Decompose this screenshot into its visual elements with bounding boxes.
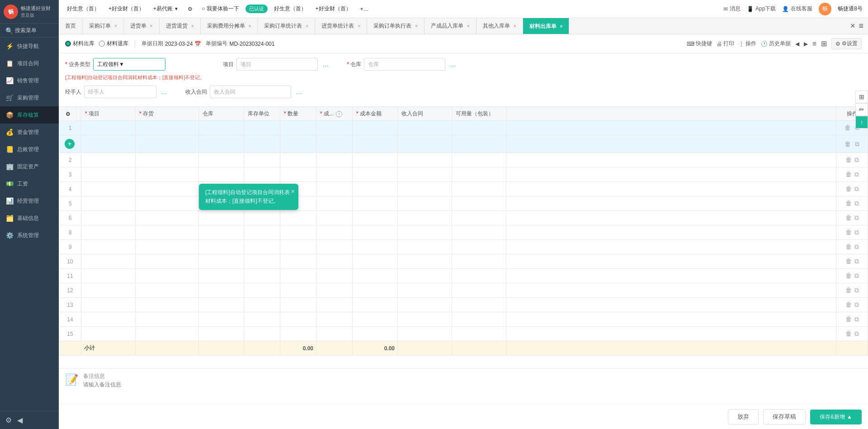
row-delete-icon[interactable]: 🗑 [845, 185, 852, 192]
tab-list-btn[interactable]: ≡ [859, 21, 863, 31]
row-1-unit[interactable] [244, 121, 280, 135]
row-copy-icon[interactable]: ⧉ [854, 257, 859, 265]
row-delete-icon[interactable]: 🗑 [845, 156, 852, 163]
row-1-qty[interactable] [280, 121, 316, 135]
tab-purchase-return[interactable]: 进货退货 × [160, 18, 201, 34]
topbar-item-haoshengyi[interactable]: 好生意（首） [64, 3, 102, 14]
sidebar-item-operation[interactable]: 📊 经营管理 [0, 192, 59, 210]
tab-purchase-fee-close[interactable]: × [249, 24, 251, 29]
biz-type-input[interactable]: 工程领料 ▼ [93, 58, 165, 71]
income-contract-input[interactable]: 收入合同 [210, 86, 291, 98]
row-1-inventory[interactable] [136, 121, 199, 135]
print-btn[interactable]: 🖨 打印 [717, 40, 734, 48]
tab-other-receipt-close[interactable]: × [514, 24, 516, 29]
tab-purchase-order-close[interactable]: × [114, 24, 117, 29]
discard-button[interactable]: 放弃 [728, 409, 759, 424]
calendar-icon[interactable]: 📅 [194, 41, 201, 47]
sidebar-item-basic[interactable]: 🗂️ 基础信息 [0, 210, 59, 227]
settings-icon[interactable]: ⚙ [5, 416, 12, 424]
sidebar-item-project[interactable]: 📋 项目合同 [0, 55, 59, 72]
doc-settings-btn[interactable]: ⚙ ⚙设置 [831, 38, 862, 49]
row-delete-icon[interactable]: 🗑 [845, 330, 852, 337]
row-delete-icon[interactable]: 🗑 [845, 257, 852, 265]
warehouse-input[interactable]: 仓库 [364, 58, 445, 71]
tab-purchase-exec[interactable]: 采购订单执行表 × [367, 18, 425, 34]
date-value[interactable]: 2023-03-24 [165, 41, 193, 47]
topbar-more-haoyecai[interactable]: +好业财（首） [313, 3, 354, 14]
sidebar-item-fixed-assets[interactable]: 🏢 固定资产 [0, 158, 59, 175]
tab-home[interactable]: 首页 [59, 18, 83, 34]
row-delete-icon[interactable]: 🗑 [845, 200, 852, 207]
row-delete-icon[interactable]: 🗑 [845, 243, 852, 250]
project-more-btn[interactable]: … [322, 61, 329, 68]
topbar-item-yidazhang[interactable]: +易代账 ▼ [151, 3, 181, 14]
topbar-item-haoyecai[interactable]: +好业财（首） [106, 3, 147, 14]
row-delete-icon[interactable]: 🗑 [845, 229, 852, 236]
online-service-btn[interactable]: 👤 在线客服 [782, 5, 812, 13]
view-grid-btn[interactable]: ⊞ [821, 39, 827, 48]
add-row-btn[interactable]: + [65, 139, 75, 149]
row-1-delete-icon[interactable]: 🗑 [844, 124, 851, 131]
save-new-button[interactable]: 保存&新增 ▲ [810, 410, 862, 424]
topbar-more-ellipsis[interactable]: +… [358, 4, 372, 14]
add-row-copy-icon[interactable]: ⧉ [855, 140, 859, 148]
row-copy-icon[interactable]: ⧉ [854, 214, 859, 221]
sidebar-item-system[interactable]: ⚙️ 系统管理 [0, 227, 59, 244]
row-1-warehouse[interactable] [199, 121, 244, 135]
sidebar-item-sales[interactable]: 📈 销售管理 [0, 72, 59, 89]
shortcut-key-btn[interactable]: ⌨ 快捷键 [687, 40, 712, 48]
row-copy-icon[interactable]: ⧉ [854, 156, 859, 163]
sidebar-item-accounting[interactable]: 📒 总账管理 [0, 141, 59, 158]
save-draft-button[interactable]: 保存草稿 [763, 409, 806, 424]
row-copy-icon[interactable]: ⧉ [854, 171, 859, 178]
row-copy-icon[interactable]: ⧉ [854, 185, 859, 192]
sidebar-item-shortcut[interactable]: ⚡ 快捷导航 [0, 38, 59, 55]
topbar-more-haoshengyi[interactable]: 好生意（首） [271, 3, 309, 14]
row-delete-icon[interactable]: 🗑 [845, 301, 852, 308]
topbar-experience-btn[interactable]: ○ 我要体验一下 [199, 3, 242, 14]
tab-product-receipt-close[interactable]: × [467, 24, 470, 29]
row-1-cost-amount[interactable] [353, 121, 398, 135]
row-copy-icon[interactable]: ⧉ [854, 286, 859, 294]
right-icon-1[interactable]: ⊞ [855, 91, 868, 103]
row-1-cost[interactable] [316, 121, 353, 135]
handler-input[interactable]: 经手人 [84, 86, 156, 98]
row-copy-icon[interactable]: ⧉ [854, 315, 859, 323]
sidebar-item-inventory[interactable]: 📦 库存核算 [0, 106, 59, 124]
handler-more-btn[interactable]: … [161, 88, 167, 95]
save-new-dropdown-icon[interactable]: ▲ [847, 414, 852, 420]
row-delete-icon[interactable]: 🗑 [845, 171, 852, 178]
row-delete-icon[interactable]: 🗑 [845, 315, 852, 323]
search-menu[interactable]: 🔍 搜索菜单 [0, 24, 59, 38]
right-icon-2[interactable]: ✏ [855, 103, 868, 116]
warehouse-more-btn[interactable]: … [450, 61, 456, 68]
tab-receipt-stats[interactable]: 进货单统计表 × [315, 18, 367, 34]
close-all-btn[interactable]: × [850, 21, 855, 31]
nav-next-btn[interactable]: ▶ [804, 41, 808, 47]
row-delete-icon[interactable]: 🗑 [845, 286, 852, 294]
sidebar-item-finance[interactable]: 💰 资金管理 [0, 124, 59, 141]
app-download-btn[interactable]: 📱 App下载 [747, 5, 776, 13]
user-avatar[interactable]: 畅 [819, 3, 831, 15]
income-contract-more-btn[interactable]: … [296, 88, 302, 95]
tab-material-out[interactable]: 材料出库单 × [523, 18, 570, 34]
tab-purchase-fee[interactable]: 采购费用分摊单 × [201, 18, 258, 34]
tab-product-receipt[interactable]: 产成品入库单 × [425, 18, 476, 34]
collapse-icon[interactable]: ◀ [17, 416, 23, 424]
message-btn[interactable]: ✉ 消息 [723, 5, 741, 13]
row-copy-icon[interactable]: ⧉ [854, 229, 859, 236]
tooltip-close-btn[interactable]: × [291, 186, 295, 196]
tab-purchase-return-close[interactable]: × [191, 24, 194, 29]
sidebar-item-purchase[interactable]: 🛒 采购管理 [0, 89, 59, 106]
table-settings-icon[interactable]: ⚙ [59, 107, 77, 121]
project-input[interactable]: 项目 [236, 58, 318, 71]
nav-prev-btn[interactable]: ◀ [795, 41, 799, 47]
row-delete-icon[interactable]: 🗑 [845, 214, 852, 221]
sidebar-item-payroll[interactable]: 💵 工资 [0, 175, 59, 192]
tab-purchase-receipt-close[interactable]: × [150, 24, 153, 29]
tab-receipt-stats-close[interactable]: × [358, 24, 360, 29]
row-copy-icon[interactable]: ⧉ [854, 243, 859, 250]
tab-purchase-stats[interactable]: 采购订单统计表 × [258, 18, 315, 34]
tab-purchase-exec-close[interactable]: × [415, 24, 418, 29]
row-delete-icon[interactable]: 🗑 [845, 272, 852, 279]
